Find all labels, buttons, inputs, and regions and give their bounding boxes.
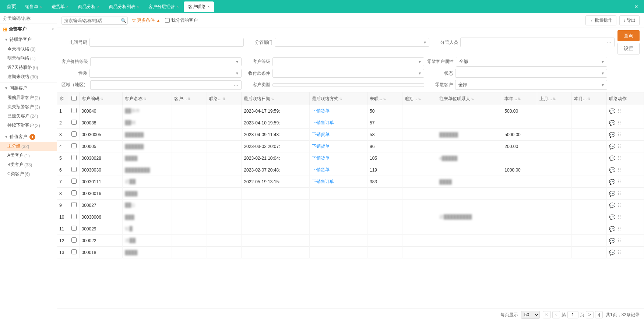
sort-icon[interactable]: ⇅ xyxy=(383,97,386,101)
more-action-icon[interactable]: ⠿ xyxy=(617,238,621,244)
sort-icon[interactable]: ⇅ xyxy=(143,97,146,101)
more-action-icon[interactable]: ⠿ xyxy=(617,202,621,208)
close-icon[interactable]: × xyxy=(176,5,179,9)
close-icon[interactable]: × xyxy=(97,5,99,9)
nav-tab-product-analysis[interactable]: 商品分析 × xyxy=(74,1,104,12)
batch-op-button[interactable]: ☑ 批量操作 xyxy=(585,15,616,25)
prev-page-button[interactable]: < xyxy=(552,311,560,318)
message-icon[interactable]: 💬 xyxy=(609,132,615,138)
sidebar-search-input[interactable] xyxy=(3,16,57,21)
row-checkbox[interactable] xyxy=(71,190,77,195)
more-action-icon[interactable]: ⠿ xyxy=(617,250,621,255)
sidebar-item-overdue-pending[interactable]: 逾期未联络 (30) xyxy=(0,72,57,81)
query-button[interactable]: 查询 xyxy=(617,30,640,41)
more-btn[interactable]: ··· xyxy=(607,39,611,45)
filter-dept-select[interactable]: ▾ xyxy=(275,38,429,47)
reset-button[interactable]: 设置 xyxy=(617,43,640,54)
more-action-icon[interactable]: ⠿ xyxy=(617,155,621,161)
sidebar-all-customers[interactable]: ⊞ 全部客户 « xyxy=(0,24,57,35)
sort-icon[interactable]: ⇅ xyxy=(471,97,474,101)
row-checkbox[interactable] xyxy=(71,237,77,243)
page-input[interactable] xyxy=(567,311,578,318)
message-icon[interactable]: 💬 xyxy=(609,202,615,208)
message-icon[interactable]: 💬 xyxy=(609,238,615,244)
filter-status-select[interactable]: ▾ xyxy=(455,69,607,78)
filter-nature-select[interactable]: ▾ xyxy=(89,69,242,78)
sort-icon[interactable]: ⇅ xyxy=(187,97,190,101)
row-checkbox[interactable] xyxy=(71,214,77,219)
message-icon[interactable]: 💬 xyxy=(609,155,615,161)
row-checkbox[interactable] xyxy=(71,108,77,113)
filter-scatter-attr-select[interactable]: 全部 ▾ xyxy=(456,57,607,67)
row-checkbox[interactable] xyxy=(71,143,77,148)
sort-icon[interactable]: ⇅ xyxy=(271,97,274,101)
filter-price-select[interactable]: ▾ xyxy=(90,57,242,66)
row-checkbox[interactable] xyxy=(71,179,77,184)
more-conditions-button[interactable]: ▽ 更多条件 ▲ xyxy=(132,17,161,24)
message-icon[interactable]: 💬 xyxy=(609,226,615,232)
filter-customer-type-select[interactable] xyxy=(272,83,425,87)
message-icon[interactable]: 💬 xyxy=(609,250,615,255)
message-icon[interactable]: 💬 xyxy=(609,144,615,149)
filter-manager-select[interactable]: ··· xyxy=(460,38,615,47)
select-all-checkbox[interactable] xyxy=(71,96,77,101)
more-action-icon[interactable]: ⠿ xyxy=(617,132,621,138)
filter-phone-input[interactable] xyxy=(89,38,244,47)
sidebar-item-churned[interactable]: 已流失客户 (24) xyxy=(0,112,57,121)
more-action-icon[interactable]: ⠿ xyxy=(617,167,621,173)
sidebar-item-7days-pending[interactable]: 近7天待联络 (0) xyxy=(0,63,57,72)
message-icon[interactable]: 💬 xyxy=(609,120,615,126)
sort-icon[interactable]: ⇅ xyxy=(553,97,556,101)
more-btn[interactable]: ··· xyxy=(234,82,238,88)
per-page-select[interactable]: 50 20 100 xyxy=(521,311,540,319)
settings-icon[interactable]: ⚙ xyxy=(59,95,64,102)
sidebar-group-pending[interactable]: ▼ 待联络客户 xyxy=(0,35,57,45)
more-action-icon[interactable]: ⠿ xyxy=(617,120,621,126)
nav-tab-purchase[interactable]: 进货单 × xyxy=(47,1,73,12)
filter-customer-level-select[interactable]: ▾ xyxy=(272,57,425,66)
next-page-button[interactable]: > xyxy=(586,311,594,318)
close-icon[interactable]: × xyxy=(66,5,68,9)
first-page-button[interactable]: K xyxy=(543,311,551,318)
message-icon[interactable]: 💬 xyxy=(609,191,615,197)
my-customers-checkbox[interactable]: 我分管的客户 xyxy=(165,17,198,24)
more-action-icon[interactable]: ⠿ xyxy=(617,214,621,220)
sidebar-group-value[interactable]: ▼ 价值客户 ● xyxy=(0,132,57,142)
sort-icon[interactable]: ⇅ xyxy=(418,97,421,101)
sidebar-item-declining[interactable]: 持续下滑客户 (2) xyxy=(0,121,57,130)
main-search-input[interactable] xyxy=(64,18,119,23)
sort-icon[interactable]: ⇅ xyxy=(222,97,225,101)
last-page-button[interactable]: ›| xyxy=(595,311,603,318)
message-icon[interactable]: 💬 xyxy=(609,179,615,185)
sidebar-item-today-pending[interactable]: 今天待联络 (0) xyxy=(0,45,57,54)
nav-tab-customer-segment[interactable]: 客户分层经营 × xyxy=(144,1,183,12)
close-icon[interactable]: × xyxy=(207,5,210,9)
nav-tab-sales[interactable]: 销售单 × xyxy=(21,1,46,12)
sidebar-group-problem[interactable]: ▼ 问题客户 xyxy=(0,83,57,93)
sidebar-item-tomorrow-pending[interactable]: 明天待联络 (1) xyxy=(0,54,57,63)
row-checkbox[interactable] xyxy=(71,155,77,160)
more-action-icon[interactable]: ⠿ xyxy=(617,108,621,114)
sort-icon[interactable]: ⇅ xyxy=(100,97,103,101)
sidebar-item-class-c[interactable]: C类客户 (6) xyxy=(0,169,57,179)
main-search-icon[interactable]: 🔍 xyxy=(121,18,126,23)
filter-region-select[interactable]: ··· xyxy=(90,80,242,90)
my-customers-check[interactable] xyxy=(165,18,170,23)
more-action-icon[interactable]: ⠿ xyxy=(617,144,621,149)
row-checkbox[interactable] xyxy=(71,226,77,231)
more-action-icon[interactable]: ⠿ xyxy=(617,226,621,232)
row-checkbox[interactable] xyxy=(71,202,77,207)
sort-icon[interactable]: ⇅ xyxy=(587,97,590,101)
filter-payment-select[interactable]: ▾ xyxy=(272,69,425,78)
sort-icon[interactable]: ⇅ xyxy=(518,97,521,101)
nav-tab-customer-contact[interactable]: 客户联络 × xyxy=(184,1,214,12)
nav-tab-product-list[interactable]: 商品分析列表 × xyxy=(105,1,144,12)
message-icon[interactable]: 💬 xyxy=(609,214,615,220)
sidebar-item-class-b[interactable]: B类客户 (33) xyxy=(0,160,57,169)
more-action-icon[interactable]: ⠿ xyxy=(617,191,621,197)
row-checkbox[interactable] xyxy=(71,131,77,137)
row-checkbox[interactable] xyxy=(71,120,77,125)
close-all-button[interactable]: × xyxy=(631,3,641,11)
nav-home-tab[interactable]: 首页 xyxy=(3,3,20,10)
sidebar-item-churn-warning[interactable]: 流失预警客户 (3) xyxy=(0,102,57,112)
